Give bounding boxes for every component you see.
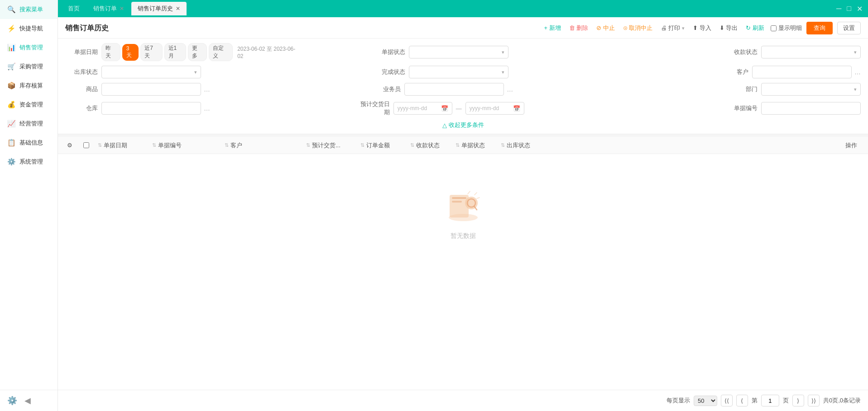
sidebar-item-search[interactable]: 🔍 搜索菜单	[0, 0, 58, 19]
search-icon: 🔍	[7, 5, 16, 14]
th-ops: 操作	[547, 141, 864, 150]
date-btn-more[interactable]: 更多	[188, 43, 207, 61]
th-pay-status[interactable]: ⇅ 收款状态	[407, 141, 452, 150]
delete-button[interactable]: 🗑 删除	[567, 23, 590, 33]
date-btn-custom[interactable]: 自定义	[209, 43, 233, 61]
per-page-select[interactable]: 50 10 20 100	[694, 396, 717, 406]
product-filter: …	[101, 83, 301, 96]
tab-sales-order-history[interactable]: 销售订单历史 ✕	[131, 2, 187, 15]
complete-status-select[interactable]: ▾	[409, 66, 508, 78]
prev-page-button[interactable]: ⟨	[736, 395, 748, 406]
date-buttons: 昨天 3天 近7天 近1月 更多 自定义 2023-06-02 至 2023-0…	[101, 43, 301, 61]
sidebar-item-basic[interactable]: 📋 基础信息	[0, 133, 58, 152]
pagination-bar: 每页显示 50 10 20 100 ⟨⟨ ⟨ 第 页 ⟩ ⟩⟩ 共0页,0条记录	[58, 390, 868, 411]
product-input[interactable]	[101, 83, 201, 96]
collapse-sidebar-icon[interactable]: ◀	[24, 396, 31, 406]
out-status-select[interactable]: ▾	[101, 66, 201, 78]
sort-icon-doc: ⇅	[456, 142, 460, 148]
per-page-label: 每页显示	[667, 396, 690, 405]
tab-home[interactable]: 首页	[62, 2, 86, 15]
display-detail-checkbox[interactable]: 显示明细	[771, 24, 802, 32]
settings-bottom-icon[interactable]: ⚙️	[7, 396, 17, 406]
th-amount[interactable]: ⇅ 订单金额	[357, 141, 407, 150]
stop-button[interactable]: ⊘ 中止	[595, 23, 617, 33]
sidebar-item-quicknav[interactable]: ⚡ 快捷导航	[0, 19, 58, 38]
print-button[interactable]: 🖨 打印 ▾	[659, 23, 687, 33]
date-label: 单据日期	[65, 48, 101, 56]
complete-status-label: 完成状态	[373, 68, 409, 76]
display-detail-input[interactable]	[771, 25, 777, 31]
delivery-end-input[interactable]: yyyy-mm-dd 📅	[465, 102, 524, 115]
last-page-button[interactable]: ⟩⟩	[808, 395, 820, 406]
add-button[interactable]: + 新增	[542, 23, 562, 33]
doc-status-select[interactable]: ▾	[409, 46, 508, 58]
th-settings[interactable]: ⚙	[62, 142, 78, 149]
salesperson-input[interactable]	[404, 83, 504, 96]
th-customer[interactable]: ⇅ 客户	[221, 141, 302, 150]
sidebar-item-label: 资金管理	[19, 101, 43, 109]
next-page-button[interactable]: ⟩	[792, 395, 804, 406]
dept-arrow: ▾	[854, 87, 857, 92]
query-button[interactable]: 查询	[806, 22, 833, 34]
sidebar-item-label: 快捷导航	[19, 24, 43, 33]
sidebar-item-system[interactable]: ⚙️ 系统管理	[0, 152, 58, 171]
sidebar-item-label: 搜索菜单	[19, 5, 43, 14]
sidebar-item-inventory[interactable]: 📦 库存核算	[0, 76, 58, 95]
tab-home-label: 首页	[68, 5, 80, 13]
first-page-button[interactable]: ⟨⟨	[721, 395, 733, 406]
customer-dots-icon[interactable]: …	[854, 68, 861, 76]
page-input[interactable]	[761, 395, 779, 406]
doc-no-input[interactable]	[761, 102, 861, 115]
sidebar-item-ops[interactable]: 📈 经营管理	[0, 114, 58, 133]
window-maximize-icon[interactable]: □	[845, 4, 853, 14]
date-btn-7days[interactable]: 近7天	[140, 43, 162, 61]
cancel-stop-button[interactable]: ⊙ 取消中止	[621, 23, 655, 33]
sidebar-item-label: 采购管理	[19, 63, 43, 71]
date-btn-1month[interactable]: 近1月	[164, 43, 186, 61]
th-out-status[interactable]: ⇅ 出库状态	[497, 141, 547, 150]
filter-row-3: 商品 … 业务员 … 部门	[65, 83, 861, 96]
th-no[interactable]: ⇅ 单据编号	[149, 141, 221, 150]
date-btn-3days[interactable]: 3天	[122, 44, 139, 61]
delivery-start-input[interactable]: yyyy-mm-dd 📅	[393, 102, 452, 115]
select-all-checkbox[interactable]	[83, 142, 89, 148]
salesperson-label: 业务员	[368, 85, 404, 93]
window-minimize-icon[interactable]: ─	[834, 4, 843, 14]
tab-sales-order[interactable]: 销售订单 ✕	[87, 2, 130, 15]
th-date[interactable]: ⇅ 单据日期	[94, 141, 149, 150]
basic-icon: 📋	[7, 139, 16, 147]
import-button[interactable]: ⬆ 导入	[691, 23, 713, 33]
sort-icon-amount: ⇅	[360, 142, 364, 148]
warehouse-dots-icon[interactable]: …	[204, 105, 210, 112]
setting-button[interactable]: 设置	[837, 22, 861, 34]
tab-history-close[interactable]: ✕	[176, 5, 180, 12]
collapse-label: 收起更多条件	[449, 121, 484, 129]
payment-status-select[interactable]: ▾	[761, 46, 861, 58]
delivery-end-cal-icon[interactable]: 📅	[513, 105, 520, 112]
th-doc-status[interactable]: ⇅ 单据状态	[452, 141, 497, 150]
sort-icon-date: ⇅	[98, 142, 102, 148]
product-dots-icon[interactable]: …	[204, 86, 210, 93]
warehouse-input[interactable]	[101, 102, 201, 115]
tab-sales-order-close[interactable]: ✕	[120, 5, 124, 12]
dept-select[interactable]: ▾	[761, 83, 861, 96]
filter-area: 单据日期 昨天 3天 近7天 近1月 更多 自定义 2023-06-02 至 2…	[58, 39, 868, 134]
window-close-icon[interactable]: ✕	[855, 4, 864, 14]
empty-text: 暂无数据	[451, 232, 476, 240]
refresh-button[interactable]: ↻ 刷新	[744, 23, 766, 33]
page-title: 销售订单历史	[65, 24, 109, 33]
sidebar-item-fund[interactable]: 💰 资金管理	[0, 95, 58, 114]
inventory-icon: 📦	[7, 82, 16, 90]
sort-icon-no: ⇅	[152, 142, 156, 148]
delivery-start-cal-icon[interactable]: 📅	[441, 105, 448, 112]
collapse-row[interactable]: △ 收起更多条件	[65, 121, 861, 129]
date-btn-yesterday[interactable]: 昨天	[101, 43, 120, 61]
page-content: 销售订单历史 + 新增 🗑 删除 ⊘ 中止 ⊙ 取消中止 🖨 打印 ▾	[58, 17, 868, 411]
sidebar-item-sales[interactable]: 📊 销售管理	[0, 38, 58, 57]
export-button[interactable]: ⬇ 导出	[718, 23, 740, 33]
sidebar-item-purchase[interactable]: 🛒 采购管理	[0, 57, 58, 76]
th-delivery[interactable]: ⇅ 预计交货...	[302, 141, 357, 150]
customer-input[interactable]	[752, 66, 852, 78]
th-checkbox[interactable]	[78, 142, 94, 148]
salesperson-dots-icon[interactable]: …	[507, 86, 513, 93]
